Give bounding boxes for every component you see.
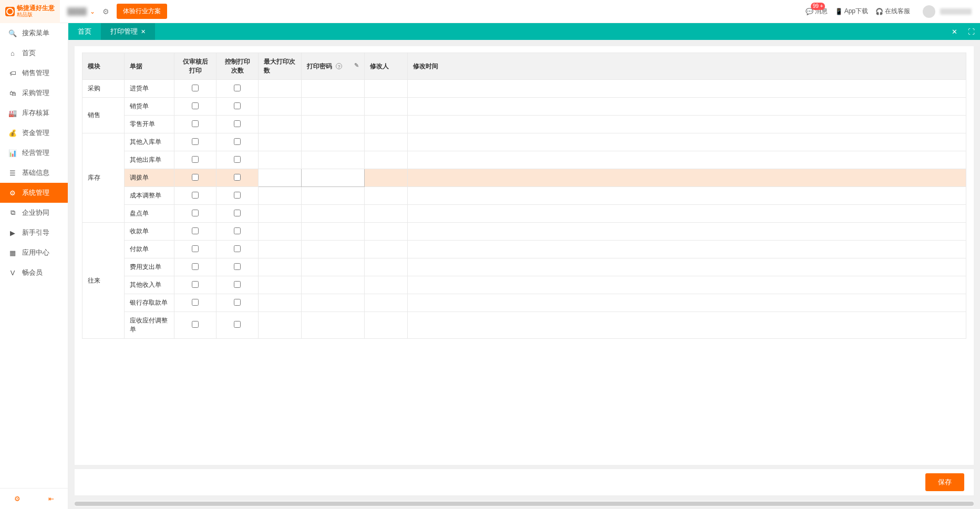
chevron-down-icon: ⌄ — [90, 8, 95, 15]
password-cell — [302, 294, 365, 312]
modifier-cell — [365, 133, 408, 151]
control-checkbox[interactable] — [234, 299, 241, 306]
audit-checkbox[interactable] — [192, 174, 199, 181]
sidebar-item-label: 经营管理 — [22, 148, 49, 158]
header-user[interactable] — [917, 5, 972, 18]
audit-checkbox-cell — [174, 312, 216, 339]
max-count-cell — [259, 151, 302, 169]
control-checkbox[interactable] — [234, 156, 241, 163]
try-industry-button[interactable]: 体验行业方案 — [117, 4, 167, 19]
service-label: 在线客服 — [885, 7, 910, 16]
modify-time-cell — [408, 116, 966, 133]
audit-checkbox[interactable] — [192, 120, 199, 127]
sidebar-item-9[interactable]: ⧉企业协同 — [0, 203, 68, 223]
audit-checkbox[interactable] — [192, 299, 199, 306]
tab-0[interactable]: 首页 — [68, 23, 101, 40]
footer-gear-icon[interactable]: ⚙ — [14, 495, 20, 503]
control-checkbox[interactable] — [234, 85, 241, 91]
doc-cell: 费用支出单 — [125, 258, 174, 276]
control-checkbox[interactable] — [234, 263, 241, 270]
bag-icon: 🛍 — [8, 89, 17, 97]
control-checkbox-cell — [216, 151, 259, 169]
audit-checkbox[interactable] — [192, 281, 199, 288]
audit-checkbox-cell — [174, 258, 216, 276]
scrollbar-thumb[interactable] — [75, 502, 974, 506]
audit-checkbox-cell — [174, 241, 216, 258]
max-count-cell — [259, 241, 302, 258]
phone-icon: 📱 — [835, 8, 843, 15]
control-checkbox[interactable] — [234, 120, 241, 127]
sidebar-item-10[interactable]: ▶新手引导 — [0, 223, 68, 243]
header-app-download[interactable]: 📱 App下载 — [835, 7, 868, 16]
logo-area: 畅捷通好生意 精品版 — [0, 0, 60, 23]
audit-checkbox[interactable] — [192, 210, 199, 216]
sidebar-item-1[interactable]: ⌂首页 — [0, 43, 68, 63]
sidebar-item-0[interactable]: 🔍搜索菜单 — [0, 23, 68, 43]
control-checkbox[interactable] — [234, 192, 241, 199]
message-badge: 99 + — [811, 3, 826, 10]
audit-checkbox-cell — [174, 151, 216, 169]
control-checkbox[interactable] — [234, 245, 241, 252]
tab-close-all-icon[interactable]: ✕ — [946, 23, 963, 40]
header-messages[interactable]: 💬 99 + 消息 — [806, 7, 828, 16]
control-checkbox[interactable] — [234, 227, 241, 234]
sidebar-item-8[interactable]: ⚙系统管理 — [0, 183, 68, 203]
sidebar-item-11[interactable]: ▦应用中心 — [0, 243, 68, 263]
table-row: 银行存取款单 — [82, 294, 966, 312]
sidebar-item-6[interactable]: 📊经营管理 — [0, 143, 68, 163]
username-blurred — [940, 8, 972, 15]
sidebar-item-4[interactable]: 🏭库存核算 — [0, 103, 68, 123]
sidebar-item-3[interactable]: 🛍采购管理 — [0, 83, 68, 103]
sidebar-item-7[interactable]: ☰基础信息 — [0, 163, 68, 183]
edit-icon[interactable]: ✎ — [354, 62, 359, 69]
header-service[interactable]: 🎧 在线客服 — [875, 7, 910, 16]
audit-checkbox[interactable] — [192, 138, 199, 145]
control-checkbox[interactable] — [234, 102, 241, 109]
sidebar-item-label: 应用中心 — [22, 248, 49, 257]
th-max-count: 最大打印次数 — [259, 53, 302, 80]
tab-1[interactable]: 打印管理✕ — [101, 23, 155, 40]
apps-icon: ▦ — [8, 248, 17, 257]
modifier-cell — [365, 116, 408, 133]
audit-checkbox[interactable] — [192, 263, 199, 270]
company-selector[interactable]: ████ ⌄ ⚙ — [67, 7, 109, 16]
control-checkbox-cell — [216, 312, 259, 339]
footer-collapse-icon[interactable]: ⇤ — [48, 495, 54, 503]
control-checkbox-cell — [216, 241, 259, 258]
doc-cell: 零售开单 — [125, 116, 174, 133]
audit-checkbox[interactable] — [192, 245, 199, 252]
save-button[interactable]: 保存 — [925, 473, 964, 491]
password-cell — [302, 133, 365, 151]
modifier-cell — [365, 98, 408, 116]
control-checkbox[interactable] — [234, 174, 241, 181]
doc-cell: 其他入库单 — [125, 133, 174, 151]
horizontal-scrollbar[interactable] — [75, 501, 974, 507]
password-cell[interactable] — [302, 169, 365, 187]
max-count-cell — [259, 223, 302, 241]
audit-checkbox[interactable] — [192, 85, 199, 91]
app-label: App下载 — [844, 7, 868, 16]
password-cell — [302, 223, 365, 241]
help-icon[interactable]: ? — [336, 63, 342, 69]
audit-checkbox[interactable] — [192, 227, 199, 234]
audit-checkbox[interactable] — [192, 321, 199, 328]
th-password: 打印密码 ? ✎ — [302, 53, 365, 80]
audit-checkbox[interactable] — [192, 192, 199, 199]
control-checkbox[interactable] — [234, 281, 241, 288]
control-checkbox[interactable] — [234, 210, 241, 216]
tab-fullscreen-icon[interactable]: ⛶ — [963, 23, 980, 40]
avatar — [923, 5, 935, 18]
sidebar-item-2[interactable]: 🏷销售管理 — [0, 63, 68, 83]
control-checkbox[interactable] — [234, 321, 241, 328]
control-checkbox[interactable] — [234, 138, 241, 145]
modify-time-cell — [408, 80, 966, 98]
tab-close-icon[interactable]: ✕ — [141, 28, 146, 35]
max-count-cell[interactable] — [259, 169, 302, 187]
th-doc: 单据 — [125, 53, 174, 80]
sidebar-item-5[interactable]: 💰资金管理 — [0, 123, 68, 143]
sidebar-item-12[interactable]: V畅会员 — [0, 263, 68, 283]
audit-checkbox[interactable] — [192, 156, 199, 163]
chart-icon: 📊 — [8, 149, 17, 157]
gear-icon[interactable]: ⚙ — [102, 7, 109, 16]
audit-checkbox[interactable] — [192, 102, 199, 109]
